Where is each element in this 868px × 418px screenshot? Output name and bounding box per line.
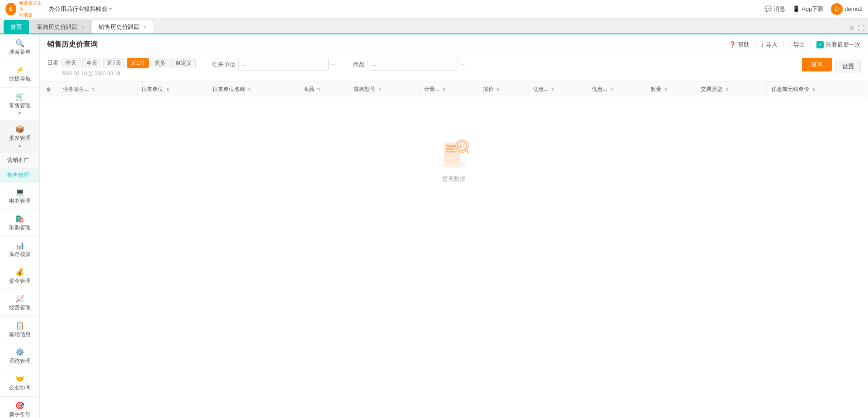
sidebar-item-purchase[interactable]: 🛍️ 采购管理 xyxy=(0,210,39,237)
import-icon: ↓ xyxy=(761,41,764,48)
date-options: 昨天 今天 近7天 近1月 更多 自定义 2023-02-18 至 2023-0… xyxy=(61,58,196,77)
sidebar-label-basic: 基础信息 xyxy=(9,331,31,338)
table-header: ⚙ 业务发生... ⇅ 往来单位 ⇅ 往来单位名称 ⇅ xyxy=(40,82,868,97)
top-right: 💬 消息 📱 App下载 D demo2 xyxy=(764,3,863,15)
checkbox-teal: ✓ xyxy=(816,41,824,48)
sidebar-label-quick-nav: 快捷导航 xyxy=(9,75,31,83)
col-spec[interactable]: 规格型号 ⇅ xyxy=(349,82,419,97)
col-product-label: 商品 xyxy=(303,86,314,92)
col-product[interactable]: 商品 ⇅ xyxy=(298,82,349,97)
only-last-checkbox-label[interactable]: ✓ 只看最后一次 xyxy=(816,41,861,49)
sales-history-tab-label: 销售历史价跟踪 xyxy=(99,23,140,31)
sidebar-item-operations[interactable]: 📈 经营管理 xyxy=(0,290,39,317)
wholesale-subitems: 营销推广 销售管理 xyxy=(0,153,39,183)
sidebar-item-inventory[interactable]: 📊 库存核算 xyxy=(0,237,39,263)
col-qty[interactable]: 数量 ⇅ xyxy=(646,82,696,97)
date-range-text: 2023-02-18 至 2023-03-18 xyxy=(61,70,196,77)
page-title: 销售历史价查询 xyxy=(47,40,98,49)
col-discount1[interactable]: 优惠... ⇅ xyxy=(528,82,587,97)
col-quote[interactable]: 报价 ⇅ xyxy=(478,82,528,97)
col-biz-date[interactable]: 业务发生... ⇅ xyxy=(58,82,137,97)
sidebar-item-basic[interactable]: 📋 基础信息 xyxy=(0,317,39,343)
sidebar-item-system[interactable]: ⚙️ 系统管理 xyxy=(0,343,39,370)
tab-sales-history[interactable]: 销售历史价跟踪 × xyxy=(92,20,153,33)
empty-state: 暂无数据 xyxy=(40,97,868,219)
help-button[interactable]: ❓ 帮助 xyxy=(729,41,750,49)
home-tab-label: 首页 xyxy=(10,23,22,31)
message-button[interactable]: 💬 消息 xyxy=(764,5,785,13)
partner-picker-icon[interactable]: ··· xyxy=(331,61,337,68)
tab-purchase-history[interactable]: 采购历史价跟踪 × xyxy=(30,20,91,33)
svg-rect-4 xyxy=(446,151,457,152)
date-btn-yesterday[interactable]: 昨天 xyxy=(61,58,80,68)
app-download-button[interactable]: 📱 App下载 xyxy=(793,5,824,13)
org-selector[interactable]: 办公用品行业模拟账套 ▾ xyxy=(45,3,115,15)
col-pre-tax-price[interactable]: 优惠前无税单价 ⇅ xyxy=(767,82,868,97)
col-biz-date-label: 业务发生... xyxy=(63,86,89,92)
sort-biz-date-icon: ⇅ xyxy=(92,87,95,92)
col-partner-code[interactable]: 往来单位 ⇅ xyxy=(137,82,208,97)
sort-quote-icon: ⇅ xyxy=(496,87,500,92)
table-header-row: ⚙ 业务发生... ⇅ 往来单位 ⇅ 往来单位名称 ⇅ xyxy=(40,82,868,97)
sidebar-label-operations: 经营管理 xyxy=(9,304,31,312)
col-partner-name-label: 往来单位名称 xyxy=(212,86,245,92)
col-trade-type-label: 交易类型 xyxy=(701,86,722,92)
export-button[interactable]: ↑ 导出 xyxy=(789,41,806,49)
sidebar-item-ecommerce[interactable]: 💻 电商管理 xyxy=(0,183,39,210)
wholesale-expand-icon: ▲ xyxy=(18,143,22,148)
product-input[interactable] xyxy=(368,58,458,71)
sales-mgmt-label: 销售管理 xyxy=(7,171,29,179)
tab-close-sales[interactable]: × xyxy=(143,24,146,30)
basic-icon: 📋 xyxy=(15,321,24,330)
tab-bar: 首页 采购历史价跟踪 × 销售历史价跟踪 × ✕ ⛶ xyxy=(0,18,868,34)
sidebar-item-search-menu[interactable]: 🔍 搜索菜单 xyxy=(0,34,39,61)
sidebar-item-newguide[interactable]: 🎯 新手引导 xyxy=(0,397,39,418)
partner-input[interactable] xyxy=(238,58,329,71)
col-discount2-label: 优惠... xyxy=(592,86,607,92)
sidebar-label-purchase: 采购管理 xyxy=(9,224,31,232)
ecommerce-icon: 💻 xyxy=(15,188,24,196)
tab-home[interactable]: 首页 xyxy=(4,20,29,33)
sidebar-subitem-sales-mgmt[interactable]: 销售管理 xyxy=(0,168,39,183)
date-btn-7days[interactable]: 近7天 xyxy=(103,58,125,68)
date-buttons: 昨天 今天 近7天 近1月 更多 自定义 xyxy=(61,58,196,68)
col-partner-name[interactable]: 往来单位名称 ⇅ xyxy=(208,82,298,97)
expand-window-icon[interactable]: ⛶ xyxy=(858,24,864,32)
date-btn-custom[interactable]: 自定义 xyxy=(171,58,196,68)
date-btn-today[interactable]: 今天 xyxy=(82,58,101,68)
sidebar-item-retail[interactable]: 🛒 零售管理 ▼ xyxy=(0,88,39,120)
product-picker-icon[interactable]: ··· xyxy=(461,61,466,68)
tab-close-purchase[interactable]: × xyxy=(81,24,84,30)
finance-icon: 💰 xyxy=(15,268,24,276)
product-label: 商品 xyxy=(353,60,365,69)
message-icon: 💬 xyxy=(764,5,772,12)
phone-icon: 📱 xyxy=(793,5,800,12)
retail-icon: 🛒 xyxy=(15,92,24,101)
sidebar-item-quick-nav[interactable]: ⚡ 快捷导航 xyxy=(0,61,39,88)
col-settings[interactable]: ⚙ xyxy=(40,82,58,97)
sidebar-subitem-marketing[interactable]: 营销推广 xyxy=(0,153,39,168)
col-unit[interactable]: 计量... ⇅ xyxy=(419,82,478,97)
settings-button[interactable]: 设置 xyxy=(835,60,861,73)
sidebar: 🔍 搜索菜单 ⚡ 快捷导航 🛒 零售管理 ▼ 📦 批发管理 ▲ 营销推广 销售管… xyxy=(0,34,40,418)
operations-icon: 📈 xyxy=(15,294,24,303)
close-window-icon[interactable]: ✕ xyxy=(849,24,854,32)
sidebar-item-finance[interactable]: 💰 资金管理 xyxy=(0,263,39,290)
org-name: 办公用品行业模拟账套 xyxy=(49,5,108,13)
page-header: 销售历史价查询 ❓ 帮助 ↓ 导入 ↑ 导出 ✓ xyxy=(40,34,868,53)
col-trade-type[interactable]: 交易类型 ⇅ xyxy=(696,82,767,97)
col-spec-label: 规格型号 xyxy=(354,86,375,92)
col-discount2[interactable]: 优惠... ⇅ xyxy=(587,82,646,97)
sidebar-item-wholesale[interactable]: 📦 批发管理 ▲ xyxy=(0,120,39,153)
query-button[interactable]: 查询 xyxy=(802,58,832,71)
date-btn-more[interactable]: 更多 xyxy=(151,58,170,68)
user-profile[interactable]: D demo2 xyxy=(831,3,863,15)
sidebar-item-collab[interactable]: 🤝 企业协同 xyxy=(0,370,39,397)
sort-unit-icon: ⇅ xyxy=(442,87,446,92)
content-area: 销售历史价查询 ❓ 帮助 ↓ 导入 ↑ 导出 ✓ xyxy=(40,34,868,418)
retail-expand-icon: ▼ xyxy=(18,110,22,115)
import-button[interactable]: ↓ 导入 xyxy=(761,41,778,49)
sidebar-label-inventory: 库存核算 xyxy=(9,251,31,258)
top-center: 办公用品行业模拟账套 ▾ xyxy=(45,3,761,15)
date-btn-1month[interactable]: 近1月 xyxy=(127,58,149,68)
